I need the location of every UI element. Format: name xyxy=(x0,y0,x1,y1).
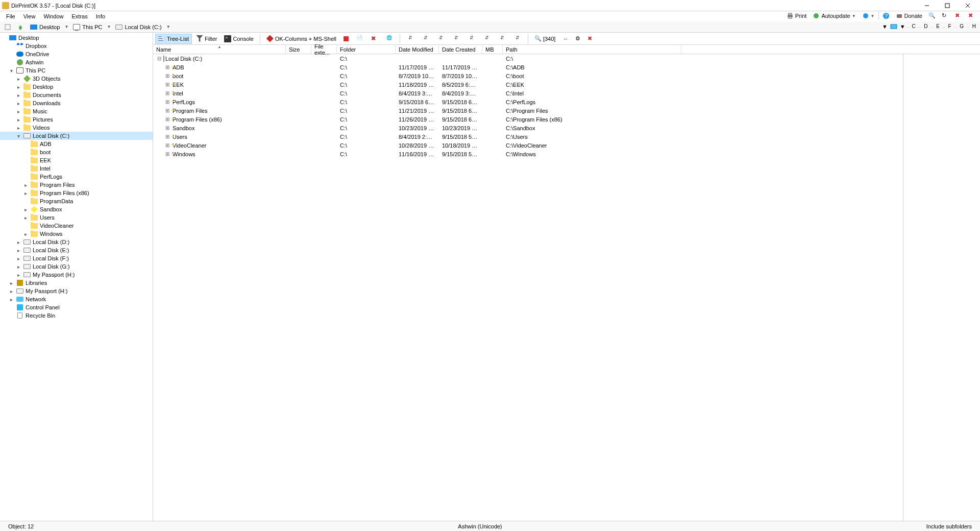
sort2[interactable]: ⇵ xyxy=(419,34,433,44)
tree-item[interactable]: ▸Local Disk (F:) xyxy=(0,254,153,262)
tree-item[interactable]: Recycle Bin xyxy=(0,311,153,320)
tree-item[interactable]: ▾Local Disk (C:) xyxy=(0,132,153,140)
tree-item[interactable]: ▸Downloads xyxy=(0,99,153,107)
tree-item[interactable]: EEK xyxy=(0,156,153,164)
sort3[interactable]: ⇵ xyxy=(434,34,448,44)
donate-button[interactable]: Donate xyxy=(893,11,925,20)
menu-view[interactable]: View xyxy=(19,12,40,20)
tree-item[interactable]: ▸My Passport (H:) xyxy=(0,287,153,295)
tree-item[interactable]: ▸Local Disk (D:) xyxy=(0,238,153,246)
expand-icon[interactable]: ▸ xyxy=(22,182,29,188)
bc-thispc[interactable]: This PC xyxy=(70,22,105,32)
menu-window[interactable]: Window xyxy=(39,12,67,20)
okcolumns-button[interactable]: OK-Columns + MS-Shell xyxy=(263,34,339,44)
drive-c[interactable]: C xyxy=(910,22,917,30)
nav-button[interactable] xyxy=(2,22,13,32)
expand-icon[interactable]: ▸ xyxy=(8,297,14,302)
sort1[interactable]: ⇵ xyxy=(403,34,418,44)
expand-icon[interactable]: ▸ xyxy=(22,231,29,237)
tree-item[interactable]: Control Panel xyxy=(0,303,153,311)
tree-item[interactable]: ▸Local Disk (E:) xyxy=(0,246,153,254)
list-item[interactable]: ⊞IntelC:\8/4/2019 3:14:23 PM8/4/2019 3:1… xyxy=(153,89,903,98)
expand-icon[interactable]: ▸ xyxy=(8,288,14,294)
tree-item[interactable]: ▸Local Disk (G:) xyxy=(0,262,153,271)
autoupdate-button[interactable]: Autoupdate▼ xyxy=(810,11,858,20)
tree-item[interactable]: ▸Sandbox xyxy=(0,205,153,213)
menu-file[interactable]: File xyxy=(2,12,19,20)
print-button[interactable]: Print xyxy=(784,11,810,20)
tool-c[interactable]: ✖ xyxy=(368,34,381,44)
tool-button-2[interactable]: ↻ xyxy=(939,11,951,20)
col-name[interactable]: Name▴ xyxy=(153,45,286,54)
chevron-down-icon[interactable]: ▼ xyxy=(106,25,111,29)
tree-item[interactable]: ▸Program Files xyxy=(0,181,153,189)
expand-icon[interactable]: ▸ xyxy=(15,109,21,114)
menu-extras[interactable]: Extras xyxy=(68,12,92,20)
tree-item[interactable]: OneDrive xyxy=(0,50,153,58)
tree-item[interactable]: ▸Videos xyxy=(0,124,153,132)
tree-item[interactable]: ▸3D Objects xyxy=(0,75,153,83)
expand-icon[interactable]: ▸ xyxy=(15,117,21,123)
tree-item[interactable]: Dropbox xyxy=(0,42,153,50)
list-item[interactable]: ⊞bootC:\8/7/2019 10:01:24 ...8/7/2019 10… xyxy=(153,71,903,80)
col-created[interactable]: Date Created xyxy=(439,45,482,54)
tree-item[interactable]: ▸Desktop xyxy=(0,83,153,91)
expand-icon[interactable]: ▸ xyxy=(22,215,29,221)
tool-b[interactable]: 📄 xyxy=(353,34,367,44)
sort4[interactable]: ⇵ xyxy=(449,34,463,44)
expand-icon[interactable]: ▸ xyxy=(15,248,21,253)
tree-item[interactable]: ▸Network xyxy=(0,295,153,303)
tree-item[interactable]: ▾This PC xyxy=(0,66,153,75)
file-list[interactable]: ⊟Local Disk (C:)C:\C:\⊞ADBC:\11/17/2019 … xyxy=(153,54,903,521)
expand-icon[interactable]: ⊞ xyxy=(164,116,170,122)
expand-icon[interactable]: ⊞ xyxy=(164,99,170,105)
list-item[interactable]: ⊞VideoCleanerC:\10/28/2019 3:09:45...10/… xyxy=(153,141,903,150)
tree-item[interactable]: ▸My Passport (H:) xyxy=(0,271,153,279)
expand-icon[interactable]: ⊟ xyxy=(156,56,162,61)
chevron-down-icon[interactable]: ▼ xyxy=(166,25,171,29)
expand-icon[interactable]: ▸ xyxy=(15,125,21,131)
tree-item[interactable]: Ashwin xyxy=(0,58,153,66)
expand-icon[interactable]: ▸ xyxy=(15,239,21,245)
list-item[interactable]: ⊞SandboxC:\10/23/2019 1:17:21...10/23/20… xyxy=(153,124,903,132)
toolx1[interactable]: ⚙ xyxy=(572,34,583,43)
tree-item[interactable]: Desktop xyxy=(0,34,153,42)
expand-icon[interactable]: ▸ xyxy=(15,256,21,261)
bc-desktop[interactable]: Desktop xyxy=(28,22,62,32)
maximize-button[interactable] xyxy=(937,1,958,11)
console-button[interactable]: Console xyxy=(221,34,256,44)
expand-icon[interactable]: ⊞ xyxy=(164,73,170,79)
view-icon[interactable] xyxy=(888,23,899,30)
tree-item[interactable]: ▸Libraries xyxy=(0,279,153,287)
expand-icon[interactable]: ▸ xyxy=(8,280,14,286)
expand-icon[interactable]: ⊞ xyxy=(164,90,170,96)
tree-item[interactable]: Intel xyxy=(0,164,153,173)
expand-icon[interactable]: ⊞ xyxy=(164,134,170,139)
col-ext[interactable]: File exte... xyxy=(311,45,337,54)
up-button[interactable] xyxy=(15,22,26,32)
tree-item[interactable]: ▸Documents xyxy=(0,91,153,99)
expand-icon[interactable]: ▾ xyxy=(15,133,21,139)
expand-icon[interactable]: ⊞ xyxy=(164,64,170,70)
col-mb[interactable]: MB xyxy=(482,45,503,54)
chevron-down-icon[interactable]: ▼ xyxy=(900,23,905,30)
help-button[interactable]: ? xyxy=(880,11,892,20)
tree-item[interactable]: ▸Program Files (x86) xyxy=(0,189,153,197)
expand-icon[interactable]: ⊞ xyxy=(164,142,170,148)
expand-icon[interactable]: ▸ xyxy=(15,76,21,82)
expand-icon[interactable]: ▸ xyxy=(15,264,21,270)
list-item[interactable]: ⊞UsersC:\8/4/2019 2:44:02 PM9/15/2018 5:… xyxy=(153,132,903,141)
expand-icon[interactable]: ⊞ xyxy=(164,125,170,131)
list-item[interactable]: ⊞WindowsC:\11/16/2019 1:43:43...9/15/201… xyxy=(153,150,903,158)
tree-item[interactable]: ▸Music xyxy=(0,107,153,115)
chevron-down-icon[interactable]: ▼ xyxy=(64,25,69,29)
list-item[interactable]: ⊞ADBC:\11/17/2019 2:35:45...11/17/2019 2… xyxy=(153,63,903,71)
tool-d[interactable]: 🌐 xyxy=(382,34,397,44)
chevron-down-icon[interactable]: ▼ xyxy=(882,23,888,30)
toolx2[interactable]: ✖ xyxy=(584,34,595,43)
tree-item[interactable]: ▸Users xyxy=(0,213,153,222)
expand-icon[interactable]: ▸ xyxy=(22,207,29,212)
menu-info[interactable]: Info xyxy=(92,12,109,20)
tool-button-3[interactable]: ✖ xyxy=(952,11,965,20)
expand-icon[interactable]: ▸ xyxy=(15,101,21,106)
